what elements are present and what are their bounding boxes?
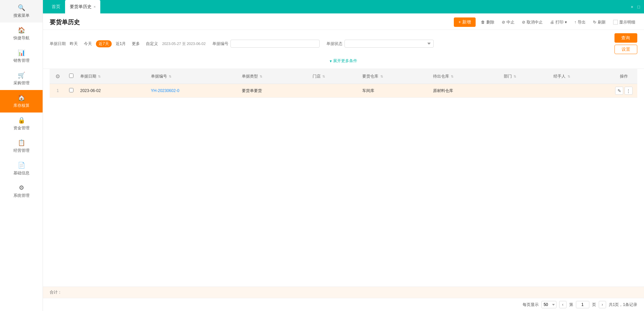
sidebar-item-inventory[interactable]: 🏠 库存核算 <box>0 90 43 113</box>
pagination: 每页显示 50 10 20 100 ‹ 第 页 › 共1页，1条记录 <box>43 298 644 311</box>
td-ops: ✎ ⋮ <box>610 84 637 98</box>
td-request-warehouse: 车间库 <box>359 84 430 98</box>
table-container: ⚙ 单据日期 ⇅ 单据编号 ⇅ <box>43 69 644 286</box>
status-label: 单据状态 <box>326 41 342 47</box>
sidebar-item-basic-info[interactable]: 📄 基础信息 <box>0 158 43 180</box>
td-handler <box>550 84 610 98</box>
tab-home[interactable]: 首页 <box>47 0 65 13</box>
th-checkbox <box>66 69 77 84</box>
page-label-first: 第 <box>569 302 573 308</box>
new-button[interactable]: + 新增 <box>454 17 476 27</box>
sort-number-icon[interactable]: ⇅ <box>169 75 171 78</box>
topbar-minimize-btn[interactable]: □ <box>637 4 640 9</box>
row-more-btn[interactable]: ⋮ <box>625 87 633 95</box>
finance-icon: 🔒 <box>18 117 25 124</box>
sidebar-item-purchase[interactable]: 🛒 采购管理 <box>0 68 43 90</box>
sidebar-item-finance[interactable]: 🔒 资金管理 <box>0 113 43 135</box>
sort-handler-icon[interactable]: ⇅ <box>568 75 570 78</box>
doc-number-input[interactable] <box>230 40 320 48</box>
tab-active[interactable]: 要货单历史 × <box>65 0 100 13</box>
search-menu-icon: 🔍 <box>18 4 25 11</box>
summary-label: 合计： <box>50 290 62 295</box>
th-handler: 经手人 ⇅ <box>550 69 610 84</box>
sidebar-item-sales[interactable]: 📊 销售管理 <box>0 45 43 68</box>
next-page-btn[interactable]: › <box>599 301 606 308</box>
th-pending-warehouse: 待出仓库 ⇅ <box>430 69 500 84</box>
filter-area: 单据日期 昨天 今天 近7天 近1月 更多 自定义 2023-05-27 至 2… <box>43 30 644 69</box>
row-checkbox[interactable] <box>69 88 73 92</box>
prev-page-btn[interactable]: ‹ <box>559 301 567 308</box>
select-all-checkbox[interactable] <box>69 74 73 78</box>
sidebar-item-system[interactable]: ⚙ 系统管理 <box>0 180 43 203</box>
table-row: 1 2023-06-02 YH-20230602-0 要货单要货 车间库 原材料… <box>50 84 637 98</box>
query-button[interactable]: 查询 <box>614 33 637 43</box>
export-icon: ↑ <box>574 20 576 25</box>
doc-number-link[interactable]: YH-20230602-0 <box>151 88 179 93</box>
table-settings-icon[interactable]: ⚙ <box>53 72 62 81</box>
page-title: 要货单历史 <box>50 18 454 26</box>
print-button[interactable]: 🖨 打印 ▾ <box>548 18 569 27</box>
display-cell-checkbox[interactable] <box>613 20 618 25</box>
stop-icon: ⊘ <box>502 20 505 25</box>
status-filter: 单据状态 <box>326 40 434 48</box>
sort-rw-icon[interactable]: ⇅ <box>380 75 383 78</box>
sidebar-item-operations[interactable]: 📋 经营管理 <box>0 135 43 158</box>
display-cell-button[interactable]: 显示明细 <box>611 18 637 27</box>
topbar: 首页 要货单历史 × × □ <box>43 0 644 13</box>
settings-button[interactable]: 设置 <box>614 45 637 54</box>
filter-actions: 查询 设置 <box>614 33 637 54</box>
filter-row-1: 单据日期 昨天 今天 近7天 近1月 更多 自定义 2023-05-27 至 2… <box>50 33 637 54</box>
sidebar-item-search-menu[interactable]: 🔍 搜索菜单 <box>0 0 43 23</box>
topbar-close-btn[interactable]: × <box>631 4 634 9</box>
quick-nav-icon: 🏠 <box>18 27 25 34</box>
tab-close-icon[interactable]: × <box>94 5 96 9</box>
print-dropdown-icon: ▾ <box>565 20 567 25</box>
td-store <box>309 84 359 98</box>
shortcut-7days[interactable]: 近7天 <box>96 40 112 47</box>
delete-button[interactable]: 🗑 删除 <box>479 18 496 27</box>
delete-icon: 🗑 <box>481 20 485 25</box>
sort-store-icon[interactable]: ⇅ <box>322 75 325 78</box>
sales-icon: 📊 <box>18 49 25 56</box>
th-date: 单据日期 ⇅ <box>77 69 148 84</box>
date-shortcuts: 昨天 今天 近7天 近1月 更多 自定义 <box>68 40 160 47</box>
total-info: 共1页，1条记录 <box>609 302 637 308</box>
export-button[interactable]: ↑ 导出 <box>572 18 588 27</box>
cancel-stop-button[interactable]: ⊘ 取消中止 <box>520 18 545 27</box>
sort-date-icon[interactable]: ⇅ <box>98 75 101 78</box>
sidebar-item-quick-nav[interactable]: 🏠 快捷导航 <box>0 23 43 45</box>
sort-pw-icon[interactable]: ⇅ <box>451 75 453 78</box>
th-number: 单据编号 ⇅ <box>148 69 238 84</box>
refresh-button[interactable]: ↻ 刷新 <box>591 18 608 27</box>
th-settings: ⚙ <box>50 69 66 84</box>
th-department: 部门 ⇅ <box>500 69 550 84</box>
shortcut-yesterday[interactable]: 昨天 <box>68 40 80 47</box>
td-num: 1 <box>50 84 66 98</box>
main-area: 首页 要货单历史 × × □ 要货单历史 + 新增 🗑 删除 ⊘ 中止 <box>43 0 644 311</box>
operations-icon: 📋 <box>18 139 25 146</box>
content-area: 要货单历史 + 新增 🗑 删除 ⊘ 中止 ⊘ 取消中止 🖨 打印 <box>43 13 644 311</box>
doc-number-filter: 单据编号 <box>212 40 320 48</box>
page-number-input[interactable] <box>576 301 589 308</box>
th-request-warehouse: 要货仓库 ⇅ <box>359 69 430 84</box>
shortcut-1month[interactable]: 近1月 <box>114 40 128 47</box>
shortcut-custom[interactable]: 自定义 <box>144 40 160 47</box>
shortcut-today[interactable]: 今天 <box>82 40 94 47</box>
sort-type-icon[interactable]: ⇅ <box>260 75 262 78</box>
toolbar: + 新增 🗑 删除 ⊘ 中止 ⊘ 取消中止 🖨 打印 ▾ <box>454 17 637 27</box>
basic-info-icon: 📄 <box>18 162 25 169</box>
date-filter-label: 单据日期 <box>50 41 66 47</box>
sidebar: 🔍 搜索菜单 🏠 快捷导航 📊 销售管理 🛒 采购管理 🏠 库存核算 🔒 资金管… <box>0 0 43 311</box>
filter-row-expand: ▾ 展开更多条件 <box>50 57 637 65</box>
date-filter: 单据日期 昨天 今天 近7天 近1月 更多 自定义 2023-05-27 至 2… <box>50 40 206 47</box>
print-icon: 🖨 <box>550 20 554 25</box>
stop-button[interactable]: ⊘ 中止 <box>500 18 517 27</box>
per-page-select[interactable]: 50 10 20 100 <box>541 301 556 308</box>
shortcut-more[interactable]: 更多 <box>130 40 142 47</box>
inventory-icon: 🏠 <box>18 94 25 101</box>
sort-dept-icon[interactable]: ⇅ <box>514 75 516 78</box>
row-edit-btn[interactable]: ✎ <box>615 87 623 95</box>
status-select[interactable] <box>344 40 434 48</box>
th-type: 单据类型 ⇅ <box>238 69 309 84</box>
expand-more-btn[interactable]: ▾ 展开更多条件 <box>326 57 361 65</box>
